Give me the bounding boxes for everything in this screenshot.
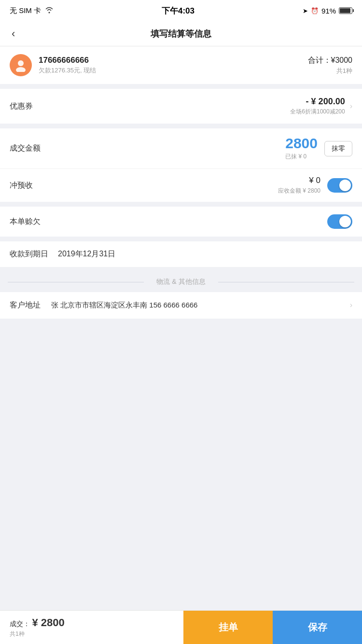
bottom-deal-label: 成交： xyxy=(10,620,30,628)
divider-5 xyxy=(0,267,362,272)
logistics-line-left xyxy=(8,282,144,282)
user-info: 17666666666 欠款1276.35元, 现结 xyxy=(39,56,96,75)
coupon-right: - ¥ 200.00 全场6折满1000减200 › xyxy=(290,97,352,116)
debit-row: 本单赊欠 xyxy=(0,207,362,237)
deal-section: 成交金额 2800 已抹 ¥ 0 抹零 冲预收 ¥ 0 应收金额 ¥ 2800 xyxy=(0,128,362,202)
avatar xyxy=(10,54,32,76)
deal-amount-value: 2800 xyxy=(285,136,318,151)
logistics-divider: 物流 & 其他信息 xyxy=(0,272,362,292)
deal-right: 2800 已抹 ¥ 0 抹零 xyxy=(285,136,352,161)
svg-point-1 xyxy=(16,67,26,72)
wifi-icon xyxy=(45,7,54,15)
prepay-value: ¥ 0 xyxy=(278,176,320,185)
coupon-label: 优惠券 xyxy=(10,101,33,112)
divider-1 xyxy=(0,84,362,89)
user-left: 17666666666 欠款1276.35元, 现结 xyxy=(10,54,96,76)
bottom-bar: 成交： ¥ 2800 共1种 挂单 保存 xyxy=(0,610,362,644)
logistics-label: 物流 & 其他信息 xyxy=(152,278,210,286)
debit-section: 本单赊欠 xyxy=(0,207,362,237)
alarm-icon: ⏰ xyxy=(311,7,319,14)
back-button[interactable]: ‹ xyxy=(8,24,19,44)
status-bar: 无 SIM 卡 下午4:03 ➤ ⏰ 91% xyxy=(0,0,362,21)
address-value: 张 北京市市辖区海淀区永丰南 156 6666 6666 xyxy=(51,300,350,311)
nav-bar: ‹ 填写结算等信息 xyxy=(0,21,362,46)
status-right: ➤ ⏰ 91% xyxy=(303,7,352,15)
hang-button[interactable]: 挂单 xyxy=(183,611,273,644)
save-button[interactable]: 保存 xyxy=(273,611,362,644)
coupon-section: 优惠券 - ¥ 200.00 全场6折满1000减200 › xyxy=(0,89,362,124)
coupon-amount: - ¥ 200.00 xyxy=(290,97,345,107)
location-icon: ➤ xyxy=(303,7,308,14)
round-button[interactable]: 抹零 xyxy=(324,141,352,156)
due-row: 收款到期日 2019年12月31日 xyxy=(0,241,362,267)
due-section: 收款到期日 2019年12月31日 xyxy=(0,241,362,267)
bottom-deal-row: 成交： ¥ 2800 xyxy=(10,616,174,629)
due-label: 收款到期日 xyxy=(10,249,48,259)
battery-icon xyxy=(339,7,352,14)
deal-sub: 已抹 ¥ 0 xyxy=(285,153,318,161)
address-row[interactable]: 客户地址 张 北京市市辖区海淀区永丰南 156 6666 6666 › xyxy=(0,292,362,319)
prepay-row: 冲预收 ¥ 0 应收金额 ¥ 2800 xyxy=(0,169,362,202)
status-left: 无 SIM 卡 xyxy=(10,6,54,15)
page-title: 填写结算等信息 xyxy=(151,28,211,40)
battery-percent: 91% xyxy=(321,7,336,15)
divider-4 xyxy=(0,237,362,241)
bottom-info: 成交： ¥ 2800 共1种 xyxy=(0,616,183,638)
due-date-value: 2019年12月31日 xyxy=(58,249,115,259)
coupon-row[interactable]: 优惠券 - ¥ 200.00 全场6折满1000减200 › xyxy=(0,89,362,124)
bottom-amount: ¥ 2800 xyxy=(32,616,64,629)
prepay-toggle[interactable] xyxy=(327,178,352,193)
address-chevron-icon: › xyxy=(350,301,352,309)
coupon-chevron-icon: › xyxy=(350,102,352,111)
prepay-sub: 应收金额 ¥ 2800 xyxy=(278,187,320,195)
bottom-count: 共1种 xyxy=(10,630,174,638)
user-card: 17666666666 欠款1276.35元, 现结 合计：¥3000 共1种 xyxy=(0,46,362,84)
deal-label: 成交金额 xyxy=(10,143,41,154)
carrier-label: 无 SIM 卡 xyxy=(10,6,41,15)
user-total: 合计：¥3000 xyxy=(308,56,353,66)
divider-2 xyxy=(0,124,362,128)
user-count: 共1种 xyxy=(308,67,353,75)
deal-row: 成交金额 2800 已抹 ¥ 0 抹零 xyxy=(0,128,362,169)
debit-label: 本单赊欠 xyxy=(10,217,41,227)
svg-point-0 xyxy=(18,60,24,66)
user-sub: 欠款1276.35元, 现结 xyxy=(39,66,96,75)
prepay-label: 冲预收 xyxy=(10,181,33,191)
debit-toggle[interactable] xyxy=(327,214,352,229)
logistics-line-right xyxy=(218,282,354,282)
user-right: 合计：¥3000 共1种 xyxy=(308,56,353,75)
bottom-spacer xyxy=(0,319,362,396)
status-time: 下午4:03 xyxy=(162,5,195,16)
prepay-amount-col: ¥ 0 应收金额 ¥ 2800 xyxy=(278,176,320,195)
address-label: 客户地址 xyxy=(10,300,43,310)
divider-3 xyxy=(0,202,362,207)
coupon-desc: 全场6折满1000减200 xyxy=(290,108,345,116)
user-phone: 17666666666 xyxy=(39,56,96,65)
prepay-right: ¥ 0 应收金额 ¥ 2800 xyxy=(278,176,352,195)
